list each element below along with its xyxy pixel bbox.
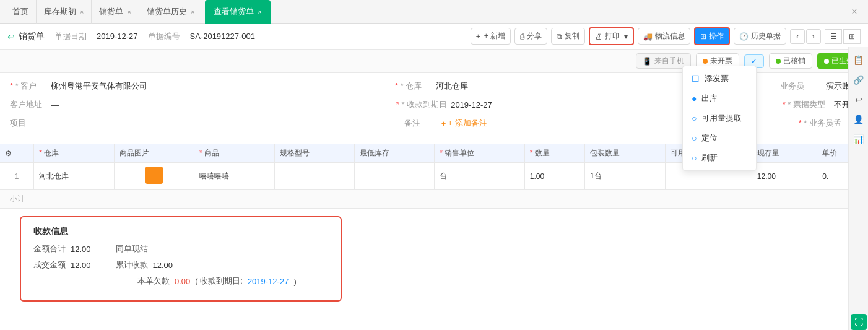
next-arrow[interactable]: › [806,29,821,44]
dropdown-refresh[interactable]: ○ 刷新 [683,148,756,168]
cell-min-stock [354,163,434,190]
project-field: 项目 — [10,118,404,129]
th-current-stock: 现存量 [752,144,817,163]
new-button[interactable]: + + 新增 [471,28,511,45]
grid-view-btn[interactable]: ⊞ [843,29,861,44]
share-icon: ⎙ [520,32,524,41]
refresh-icon: ○ [692,153,697,163]
copy-icon: ⧉ [557,32,562,41]
cell-seq: 1 [0,163,34,190]
transaction-amount-label: 成交金额 [33,259,66,271]
not-opened-badge [703,59,708,64]
tab-bar: 首页 库存期初 × 销货单 × 销货单历史 × 查看销货单 × × [0,0,868,24]
effect-badge [824,59,829,64]
ticket-type-label: * 票据类型 [783,99,825,110]
locate-icon: ○ [692,133,697,143]
sidebar-clipboard-icon[interactable]: 📋 [851,52,867,68]
transaction-amount-value: 12.00 [71,261,91,270]
number-label: 单据编号 [148,31,180,42]
close-tab-view-sales[interactable]: × [258,8,261,15]
tab-view-sales[interactable]: 查看销货单 × [205,0,270,24]
new-icon: + [476,32,480,41]
doc-meta: 单据日期 2019-12-27 单据编号 SA-20191227-001 [54,31,471,42]
history-button[interactable]: 🕐 历史单据 [734,28,786,45]
same-order-value: — [153,245,161,254]
tab-sales-order[interactable]: 销货单 × [92,0,139,24]
prev-arrow[interactable]: ‹ [790,29,805,44]
tab-sales-history[interactable]: 销货单历史 × [139,0,202,24]
th-product: 商品 [194,144,274,163]
total-amount-item: 金额合计 12.00 [33,243,91,254]
number-value: SA-20191227-001 [190,32,256,41]
subtotal-label: 小计 [0,190,868,209]
th-warehouse: 仓库 [34,144,114,163]
th-quantity: 数量 [524,144,585,163]
due-note: ( 收款到期日: [195,276,243,287]
tab-inventory-init[interactable]: 库存期初 × [37,0,92,24]
logistics-icon: 🚚 [643,32,653,41]
share-button[interactable]: ⎙ 分享 [514,28,547,45]
add-note-btn[interactable]: + + 添加备注 [441,118,487,129]
th-package-qty: 包装数量 [585,144,665,163]
sold-btn[interactable]: 已核销 [769,53,812,69]
cell-current-stock: 12.00 [752,163,817,190]
operation-icon: ⊞ [700,32,706,41]
mobile-icon: 📱 [643,57,652,66]
th-unit: 销售单位 [435,144,524,163]
cell-spec [274,163,354,190]
sidebar-expand-icon[interactable]: ⛶ [851,314,867,330]
main-area: ↩ 销货单 单据日期 2019-12-27 单据编号 SA-20191227-0… [0,24,868,330]
refresh-label: 刷新 [701,152,718,163]
close-tab-history[interactable]: × [191,8,194,15]
list-view-btn[interactable]: ☰ [825,29,842,44]
due-date: 2019-12-27 [248,277,289,286]
dropdown-add-invoice[interactable]: ☐ 添发票 [683,69,756,89]
dropdown-locate[interactable]: ○ 定位 [683,128,756,148]
summary-box: 收款信息 金额合计 12.00 同单现结 — 成交金额 12.00 累计收款 [20,216,342,302]
locate-label: 定位 [701,132,718,144]
summary-area: 收款信息 金额合计 12.00 同单现结 — 成交金额 12.00 累计收款 [0,209,868,319]
logistics-button[interactable]: 🚚 物流信息 [638,28,690,45]
available-extract-label: 可用量提取 [701,113,742,124]
cell-quantity: 1.00 [524,163,585,190]
cell-unit: 台 [435,163,524,190]
date-label: 单据日期 [54,31,87,42]
staff-label: 业务员 [780,80,817,92]
sidebar-user-icon[interactable]: 👤 [851,111,867,128]
tab-bar-close[interactable]: × [846,3,863,20]
note-label: 备注 [404,118,441,129]
sold-badge [776,59,781,64]
address-value: — [51,100,59,110]
cell-warehouse: 河北仓库 [34,163,114,190]
th-image: 商品图片 [114,144,194,163]
sales-staff-label: * 业务员孟 [799,118,841,129]
close-tab-sales[interactable]: × [127,8,131,15]
sidebar-link-icon[interactable]: 🔗 [851,72,867,88]
print-button[interactable]: 🖨 打印 ▾ [589,27,634,45]
address-field: 客户地址 — [10,99,396,110]
doc-type-icon: ↩ [7,32,15,41]
close-tab-inventory[interactable]: × [80,8,84,15]
operation-button[interactable]: ⊞ 操作 [694,27,730,45]
dropdown-outbound[interactable]: ● 出库 [683,89,756,108]
view-toggle: ☰ ⊞ [825,29,861,44]
summary-title: 收款信息 [33,226,328,237]
dropdown-available-extract[interactable]: ○ 可用量提取 [683,108,756,128]
customer-label: * 客户 [10,80,47,92]
copy-button[interactable]: ⧉ 复制 [551,28,585,45]
current-due-label: 本单欠款 [137,276,170,287]
warehouse-value: 河北仓库 [436,80,468,92]
date-value: 2019-12-27 [97,32,138,41]
cell-package-qty: 1台 [585,163,665,190]
th-spec: 规格型号 [274,144,354,163]
transaction-amount-item: 成交金额 12.00 [33,259,91,271]
cell-image [114,163,194,190]
sidebar-chart-icon[interactable]: 📊 [851,131,867,147]
sidebar-return-icon[interactable]: ↩ [851,92,867,108]
due-date-label: * 收款到期日 [396,99,447,110]
total-amount-label: 金额合计 [33,243,66,254]
address-label: 客户地址 [10,99,47,110]
th-min-stock: 最低库存 [354,144,434,163]
doc-type-label: 销货单 [19,31,45,42]
tab-home[interactable]: 首页 [5,0,37,24]
